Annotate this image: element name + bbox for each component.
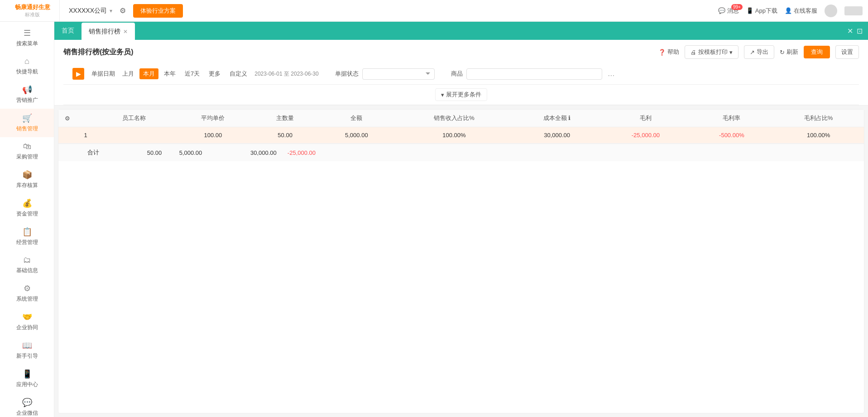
sidebar-item-guide[interactable]: 📖 新手引导 <box>0 336 54 364</box>
box-icon: 📦 <box>22 170 32 180</box>
footer-cost-amount: 30,000.00 <box>245 149 282 156</box>
th-main-qty: 主数量 <box>252 110 317 127</box>
date-btn-custom[interactable]: 自定义 <box>226 68 251 79</box>
td-employee <box>95 127 173 144</box>
column-settings-icon[interactable]: ⚙ <box>65 115 70 122</box>
tab-close-icon[interactable]: ✕ <box>123 29 128 35</box>
app-logo: 畅康通好生意 标准版 <box>5 0 60 21</box>
tab-bar: 首页 销售排行榜 ✕ ✕ ⊡ <box>54 22 868 40</box>
goods-filter-label: 商品 <box>451 70 463 78</box>
home-icon: ⌂ <box>24 57 29 66</box>
table-footer: 合计 50.00 5,000.00 30,000.00 -25,000.00 <box>58 144 864 161</box>
goods-filter-group: 商品 … <box>451 68 615 80</box>
folder-icon: 🗂 <box>23 255 31 265</box>
print-icon: 🖨 <box>691 49 696 56</box>
th-gross-margin: 毛利率 <box>691 110 773 127</box>
td-gross-pct: 100.00% <box>773 127 864 144</box>
page-header: 销售排行榜(按业务员) ❓ 帮助 🖨 按模板打印 ▾ ↗ <box>54 40 868 105</box>
query-button[interactable]: 查询 <box>804 46 830 58</box>
top-bar: 畅康通好生意 标准版 XXXXXX公司 ▾ ⚙ 体验行业方案 💬 消息 99+ … <box>0 0 868 22</box>
sidebar-item-sales[interactable]: 🛒 销售管理 <box>0 109 54 137</box>
help-button[interactable]: ❓ 帮助 <box>658 48 679 56</box>
page-title: 销售排行榜(按业务员) <box>63 48 134 57</box>
sidebar-item-inventory[interactable]: 📦 库存核算 <box>0 165 54 194</box>
sidebar-item-operations[interactable]: 📋 经营管理 <box>0 222 54 251</box>
sidebar-item-app-center[interactable]: 📱 应用中心 <box>0 364 54 393</box>
refresh-icon: ↻ <box>780 49 785 56</box>
page-actions: ❓ 帮助 🖨 按模板打印 ▾ ↗ 导出 ↻ <box>658 45 859 59</box>
chat-icon: 💬 <box>22 398 32 407</box>
page-content: 销售排行榜(按业务员) ❓ 帮助 🖨 按模板打印 ▾ ↗ <box>54 40 868 417</box>
sidebar-item-quick-nav[interactable]: ⌂ 快捷导航 <box>0 52 54 80</box>
chevron-down-icon: ▾ <box>441 91 444 98</box>
goods-filter-input[interactable] <box>466 68 602 80</box>
message-button[interactable]: 💬 消息 99+ <box>718 7 739 15</box>
th-rank <box>77 110 95 127</box>
cart-icon: 🛒 <box>22 113 32 123</box>
message-badge: 99+ <box>731 4 743 10</box>
sidebar-item-system[interactable]: ⚙ 系统管理 <box>0 279 54 307</box>
tab-sales-ranking[interactable]: 销售排行榜 ✕ <box>82 23 135 41</box>
page-title-row: 销售排行榜(按业务员) ❓ 帮助 🖨 按模板打印 ▾ ↗ <box>63 45 859 63</box>
company-selector[interactable]: XXXXXX公司 ▾ <box>65 7 116 15</box>
money-icon: 💰 <box>22 198 32 208</box>
sidebar-item-enterprise-collab[interactable]: 🤝 企业协同 <box>0 307 54 336</box>
status-filter-select[interactable] <box>362 68 435 80</box>
th-cost-amount: 成本全额 ℹ <box>513 110 601 127</box>
tab-restore-button[interactable]: ⊡ <box>857 27 863 35</box>
date-btn-more[interactable]: 更多 <box>205 68 224 79</box>
tab-close-window-button[interactable]: ✕ <box>847 27 853 35</box>
status-filter-label: 单据状态 <box>335 70 359 78</box>
online-service-button[interactable]: 👤 在线客服 <box>785 7 817 15</box>
tab-home[interactable]: 首页 <box>54 22 82 40</box>
th-avg-price: 平均单价 <box>173 110 252 127</box>
sidebar: ☰ 搜索菜单 ⌂ 快捷导航 📢 营销推广 🛒 销售管理 🛍 采购管理 📦 库存核… <box>0 22 54 417</box>
date-range-display: 2023-06-01 至 2023-06-30 <box>254 70 318 78</box>
td-sales-pct: 100.00% <box>395 127 513 144</box>
expand-row: ▾ 展开更多条件 <box>63 85 859 105</box>
avatar[interactable] <box>825 5 837 17</box>
table-row: 1 100.00 50.00 5,000.00 100.00% 30,000.0… <box>58 127 864 144</box>
sales-ranking-table: ⚙ 员工名称 平均单价 主数量 全额 销售收入占比% 成本全额 ℹ 毛利 毛利率… <box>58 110 864 144</box>
content-area: 首页 销售排行榜 ✕ ✕ ⊡ 销售排行榜(按业务员) ❓ 帮助 <box>54 22 868 417</box>
clipboard-icon: 📋 <box>22 227 32 237</box>
book-icon: 📖 <box>22 340 32 350</box>
th-amount: 全额 <box>318 110 395 127</box>
expand-more-button[interactable]: ▾ 展开更多条件 <box>435 88 487 101</box>
th-employee: 员工名称 <box>95 110 173 127</box>
sidebar-item-enterprise-wechat[interactable]: 💬 企业微信 <box>0 393 54 417</box>
date-btn-this-month[interactable]: 本月 <box>139 68 158 79</box>
th-settings[interactable]: ⚙ <box>58 110 77 127</box>
phone-icon: 📱 <box>22 369 32 379</box>
status-filter-group: 单据状态 <box>335 68 435 80</box>
date-btn-last-month[interactable]: 上月 <box>119 68 138 79</box>
td-rank: 1 <box>77 127 95 144</box>
date-filter-label: 单据日期 <box>91 70 115 78</box>
trial-button[interactable]: 体验行业方案 <box>133 4 183 18</box>
filter-bar: ▶ 单据日期 上月 本月 本年 近7天 更多 自定义 2023-06-01 至 … <box>63 63 859 85</box>
settings-button[interactable]: 设置 <box>835 45 859 59</box>
sidebar-item-basic-info[interactable]: 🗂 基础信息 <box>0 251 54 279</box>
megaphone-icon: 📢 <box>22 85 32 95</box>
search-icon: ☰ <box>24 28 31 38</box>
app-download-button[interactable]: 📱 App下载 <box>746 7 777 15</box>
template-print-button[interactable]: 🖨 按模板打印 ▾ <box>685 45 739 59</box>
date-btn-this-year[interactable]: 本年 <box>160 68 179 79</box>
sidebar-item-finance[interactable]: 💰 资金管理 <box>0 194 54 222</box>
sidebar-item-purchase[interactable]: 🛍 采购管理 <box>0 137 54 165</box>
sidebar-item-search-order[interactable]: ☰ 搜索菜单 <box>0 24 54 52</box>
settings-icon[interactable]: ⚙ <box>116 5 129 17</box>
td-gross-margin: -500.00% <box>691 127 773 144</box>
th-sales-pct: 销售收入占比% <box>395 110 513 127</box>
date-buttons: 上月 本月 本年 近7天 更多 自定义 <box>119 68 251 79</box>
th-gross-profit: 毛利 <box>601 110 691 127</box>
sidebar-item-marketing[interactable]: 📢 营销推广 <box>0 80 54 109</box>
filter-toggle-button[interactable]: ▶ <box>72 68 84 80</box>
footer-avg-price <box>100 149 136 156</box>
goods-more-icon[interactable]: … <box>608 70 615 78</box>
gear-icon: ⚙ <box>24 283 31 293</box>
date-btn-7days[interactable]: 近7天 <box>181 68 203 79</box>
handshake-icon: 🤝 <box>22 312 32 322</box>
refresh-button[interactable]: ↻ 刷新 <box>780 48 798 56</box>
export-button[interactable]: ↗ 导出 <box>744 45 774 59</box>
